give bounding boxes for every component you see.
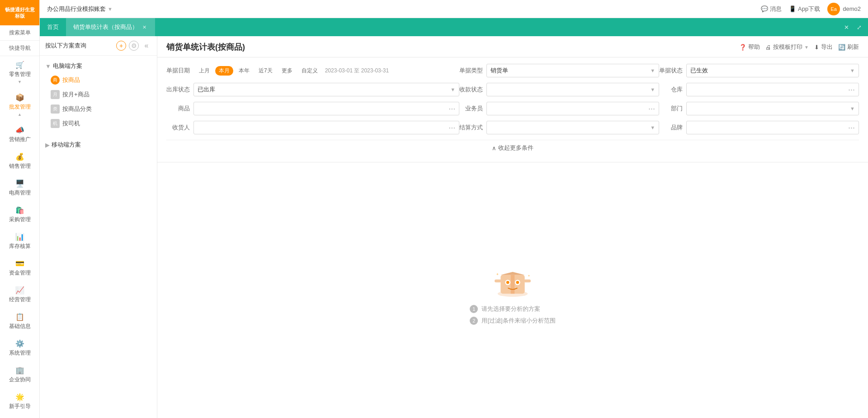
sidebar-item-wholesale[interactable]: 📦 批发管理 ▲ (0, 89, 39, 121)
filter-row-3: 商品 ··· 业务员 ··· 部门 (166, 102, 859, 115)
tree-child-by-month-product[interactable]: 月 按月+商品 (51, 87, 157, 102)
salesman-selector[interactable]: ··· (486, 102, 659, 115)
tree-pc-section: ▼ 电脑端方案 商 按商品 月 按月+商品 类 按商品分类 (40, 56, 157, 134)
tree-child-by-cashier[interactable]: 机 按司机 (51, 116, 157, 131)
page-header: 销货单统计表(按商品) ❓ 帮助 🖨 按模板打印 ▼ ⬇ 导出 (157, 36, 868, 57)
empty-tips: 1 请先选择要分析的方案 2 用[过滤]条件来缩小分析范围 (470, 305, 555, 325)
warehouse-dots[interactable]: ··· (848, 85, 855, 95)
sidebar-item-operations-label: 经营管理 (9, 296, 31, 304)
tab-sales-report[interactable]: 销货单统计表（按商品） ✕ (66, 18, 155, 36)
tab-home[interactable]: 首页 (40, 18, 66, 36)
tree-child-by-category[interactable]: 类 按商品分类 (51, 102, 157, 116)
refresh-label: 刷新 (847, 43, 859, 51)
sidebar-item-sales[interactable]: 💰 销售管理 (0, 148, 39, 175)
brand-selector[interactable]: ··· (686, 121, 859, 134)
filter-row-4: 收货人 ··· 结算方式 ▼ 品牌 (166, 121, 859, 134)
receiver-dots[interactable]: ··· (448, 123, 455, 133)
help-button[interactable]: ❓ 帮助 (739, 43, 760, 51)
tab-close-icon[interactable]: ✕ (141, 24, 148, 31)
add-scheme-button[interactable]: + (116, 41, 126, 51)
date-tab-this-year[interactable]: 本年 (235, 66, 253, 76)
receipt-status-selector[interactable]: ▼ (486, 83, 659, 96)
sidebar-item-purchase[interactable]: 🛍️ 采购管理 (0, 201, 39, 228)
user-profile[interactable]: Ea demo2 (827, 3, 861, 15)
collapse-filter-bar[interactable]: ∧ 收起更多条件 (166, 140, 859, 156)
salesman-dots[interactable]: ··· (648, 104, 655, 114)
receiver-label: 收货人 (166, 124, 193, 132)
sidebar-item-ecommerce[interactable]: 🖥️ 电商管理 (0, 175, 39, 201)
sidebar-item-finance-label: 资金管理 (9, 269, 31, 277)
out-status-dropdown-icon: ▼ (450, 87, 455, 92)
settlement-label: 结算方式 (459, 124, 486, 132)
date-tab-custom[interactable]: 自定义 (298, 66, 321, 76)
template-print-button[interactable]: 🖨 按模板打印 ▼ (765, 43, 809, 51)
template-print-dropdown-icon: ▼ (804, 45, 809, 50)
by-product-icon: 商 (51, 76, 60, 85)
date-tab-last-month[interactable]: 上月 (195, 66, 213, 76)
settlement-dropdown-icon: ▼ (650, 125, 655, 130)
basic-icon: 📋 (15, 313, 24, 321)
message-button[interactable]: 💬 消息 (761, 5, 782, 13)
by-cashier-icon: 机 (51, 119, 60, 128)
product-selector[interactable]: ··· (193, 102, 459, 115)
out-status-selector[interactable]: 已出库 ▼ (193, 83, 459, 96)
sidebar-item-operations[interactable]: 📈 经营管理 (0, 281, 39, 308)
sidebar-item-newguide[interactable]: 🌟 新手引导 (0, 388, 39, 415)
sidebar-item-system[interactable]: ⚙️ 系统管理 (0, 335, 39, 361)
collapse-panel-button[interactable]: « (142, 41, 151, 51)
app-download-label: App下载 (798, 5, 820, 13)
status-value: 已生效 (690, 66, 848, 75)
warehouse-selector[interactable]: ··· (686, 83, 859, 96)
sidebar-item-retail[interactable]: 🛒 零售管理 ▼ (0, 56, 39, 89)
department-selector[interactable]: ▼ (686, 102, 859, 115)
sidebar-item-finance[interactable]: 💳 资金管理 (0, 255, 39, 281)
brand-dots[interactable]: ··· (848, 123, 855, 133)
refresh-button[interactable]: 🔄 刷新 (838, 43, 859, 51)
settlement-selector[interactable]: ▼ (486, 121, 659, 134)
tab-close-all-button[interactable]: ✕ (841, 22, 852, 33)
sidebar-item-enterprise[interactable]: 🏢 企业协同 (0, 361, 39, 388)
sidebar-search-menu[interactable]: 搜索菜单 (0, 25, 39, 41)
product-label: 商品 (166, 104, 193, 113)
export-icon: ⬇ (814, 44, 819, 51)
empty-tip-2-text: 用[过滤]条件来缩小分析范围 (481, 317, 555, 325)
tree-child-by-month-product-label: 按月+商品 (62, 90, 90, 99)
app-download-button[interactable]: 📱 App下载 (789, 5, 820, 13)
avatar: Ea (827, 3, 840, 15)
date-tab-7days[interactable]: 近7天 (255, 66, 276, 76)
marketing-icon: 📣 (15, 126, 24, 134)
receiver-selector[interactable]: ··· (193, 121, 459, 134)
sidebar-item-wholesale-label: 批发管理 (9, 103, 31, 111)
sidebar-item-inventory[interactable]: 📊 库存核算 (0, 228, 39, 255)
sidebar-quicknav[interactable]: 快捷导航 (0, 41, 39, 56)
empty-tip-1-num: 1 (470, 305, 478, 313)
empty-tip-1: 1 请先选择要分析的方案 (470, 305, 555, 313)
date-tab-this-month[interactable]: 本月 (215, 66, 233, 76)
type-selector[interactable]: 销货单 ▼ (486, 64, 659, 77)
tree-mobile-group[interactable]: ▶ 移动端方案 (40, 138, 157, 152)
department-label: 部门 (659, 104, 686, 113)
sidebar-logo[interactable]: 畅捷通好生意 标版 (0, 0, 39, 25)
enterprise-icon: 🏢 (15, 366, 24, 375)
tree-child-by-product[interactable]: 商 按商品 (51, 73, 157, 87)
tab-maximize-button[interactable]: ⤢ (854, 22, 864, 33)
date-tab-more[interactable]: 更多 (278, 66, 296, 76)
page-header-actions: ❓ 帮助 🖨 按模板打印 ▼ ⬇ 导出 🔄 刷新 (739, 43, 859, 51)
filter-settlement: 结算方式 ▼ (459, 121, 659, 134)
svg-rect-8 (524, 279, 531, 282)
export-button[interactable]: ⬇ 导出 (814, 43, 833, 51)
industry-selector[interactable]: 办公用品行业模拟账套 ▼ (47, 5, 113, 13)
sidebar-item-marketing[interactable]: 📣 营销推广 (0, 121, 39, 148)
tree-pc-group[interactable]: ▼ 电脑端方案 (40, 59, 157, 73)
product-dots[interactable]: ··· (448, 104, 455, 114)
svg-text:✦: ✦ (528, 274, 530, 277)
sidebar-item-appstore[interactable]: 📱 应用中心 (0, 415, 39, 418)
svg-text:✦: ✦ (496, 272, 499, 276)
receipt-status-label: 收款状态 (459, 86, 486, 94)
status-selector[interactable]: 已生效 ▼ (686, 64, 859, 77)
sidebar-item-basic[interactable]: 📋 基础信息 (0, 308, 39, 335)
print-icon: 🖨 (765, 44, 771, 51)
type-label: 单据类型 (459, 66, 486, 75)
inventory-icon: 📊 (15, 233, 24, 241)
settings-scheme-button[interactable]: ⚙ (129, 41, 139, 51)
